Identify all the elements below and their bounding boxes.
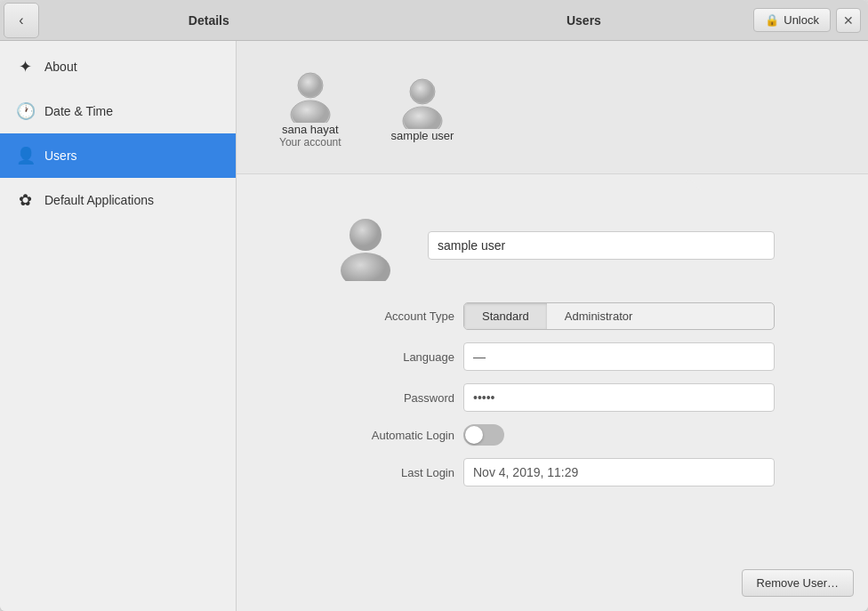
user-card-sana[interactable]: sana hayat Your account (272, 59, 349, 156)
last-login-label: Last Login (330, 466, 454, 479)
sidebar: ✦ About 🕐 Date & Time 👤 Users ✿ Default … (0, 41, 237, 611)
sidebar-item-datetime[interactable]: 🕐 Date & Time (0, 89, 236, 133)
sidebar-label-datetime: Date & Time (44, 104, 113, 118)
user-cards: sana hayat Your account (237, 41, 868, 174)
lock-icon: 🔒 (765, 13, 779, 27)
auto-login-toggle[interactable] (463, 424, 504, 446)
last-login-input (463, 458, 775, 486)
svg-point-8 (350, 219, 382, 251)
bottom-bar: Remove User… (742, 569, 854, 597)
window-title: Users (414, 13, 754, 28)
users-icon: 👤 (16, 146, 34, 165)
avatar-sample (394, 72, 451, 129)
form-rows: Account Type Standard Administrator Lang… (330, 302, 775, 499)
main-window: ‹ Details Users 🔒 Unlock ✕ ✦ About 🕐 Dat… (0, 0, 868, 611)
password-label: Password (330, 391, 454, 405)
password-row: Password (330, 383, 775, 412)
sidebar-label-users: Users (44, 149, 77, 163)
account-type-toggle: Standard Administrator (463, 302, 775, 330)
svg-point-2 (299, 74, 322, 97)
unlock-label: Unlock (784, 13, 819, 27)
auto-login-label: Automatic Login (330, 429, 454, 442)
svg-point-6 (411, 80, 434, 103)
sidebar-item-users[interactable]: 👤 Users (0, 133, 236, 178)
default-apps-icon: ✿ (16, 190, 34, 210)
back-button[interactable]: ‹ (4, 3, 39, 38)
back-icon: ‹ (19, 12, 23, 28)
avatar-sana (282, 66, 339, 123)
titlebar-actions: 🔒 Unlock ✕ (753, 8, 861, 33)
auto-login-row: Automatic Login (330, 424, 775, 446)
panel-title: Details (39, 13, 379, 28)
language-value (463, 342, 775, 371)
user-card-sample[interactable]: sample user (384, 65, 462, 149)
account-type-administrator[interactable]: Administrator (547, 303, 651, 329)
account-type-value: Standard Administrator (463, 302, 775, 330)
last-login-row: Last Login (330, 458, 775, 486)
password-value (463, 383, 775, 412)
svg-point-9 (341, 253, 390, 281)
sidebar-item-about[interactable]: ✦ About (0, 44, 236, 89)
user-subtitle-sana: Your account (279, 136, 342, 149)
language-input[interactable] (463, 342, 775, 371)
account-type-label: Account Type (330, 310, 454, 323)
user-name-sample: sample user (391, 129, 454, 142)
detail-top (330, 210, 775, 281)
sidebar-item-default-apps[interactable]: ✿ Default Applications (0, 178, 236, 222)
close-icon: ✕ (843, 13, 854, 28)
sidebar-label-default-apps: Default Applications (44, 193, 154, 207)
account-type-standard[interactable]: Standard (464, 303, 547, 329)
user-detail-form: Account Type Standard Administrator Lang… (237, 192, 868, 517)
arrow-up-icon (677, 178, 702, 192)
close-button[interactable]: ✕ (836, 8, 861, 33)
about-icon: ✦ (16, 57, 34, 76)
password-input[interactable] (463, 383, 775, 412)
remove-user-button[interactable]: Remove User… (742, 569, 854, 597)
selection-arrow (237, 174, 868, 192)
content-area: sana hayat Your account (237, 41, 868, 611)
datetime-icon: 🕐 (16, 101, 34, 121)
unlock-button[interactable]: 🔒 Unlock (753, 8, 831, 32)
toggle-knob (465, 426, 483, 444)
sidebar-label-about: About (44, 60, 77, 74)
auto-login-value (463, 424, 775, 446)
detail-avatar (330, 210, 401, 281)
last-login-value (463, 458, 775, 486)
language-label: Language (330, 350, 454, 364)
titlebar: ‹ Details Users 🔒 Unlock ✕ (0, 0, 868, 41)
user-name-sana: sana hayat (282, 123, 339, 136)
language-row: Language (330, 342, 775, 371)
account-type-row: Account Type Standard Administrator (330, 302, 775, 330)
username-input[interactable] (428, 231, 775, 260)
main-layout: ✦ About 🕐 Date & Time 👤 Users ✿ Default … (0, 41, 868, 611)
